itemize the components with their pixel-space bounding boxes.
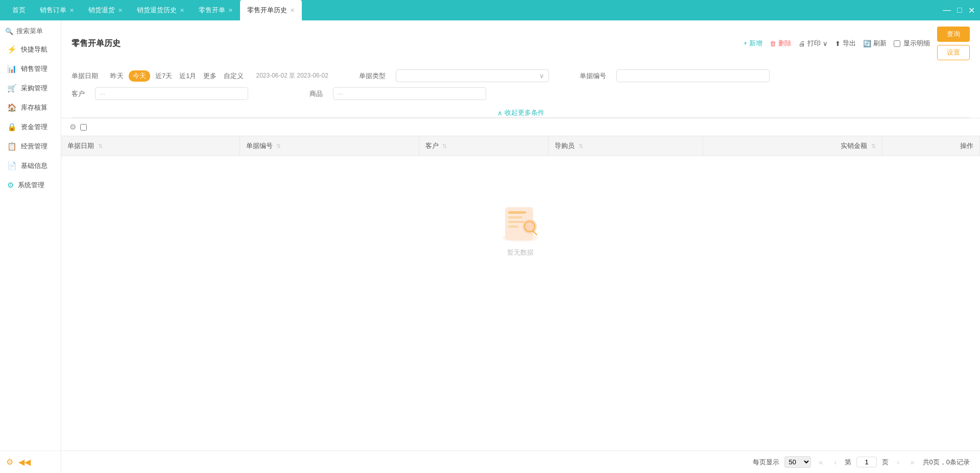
table-header-row: 单据日期 ⇅ 单据编号 ⇅ 客户 ⇅ 导购员 ⇅: [61, 136, 980, 156]
system-mgmt-icon: ⚙: [7, 181, 14, 190]
sidebar-item-stock-calc[interactable]: 🏠 库存核算: [0, 98, 61, 117]
filter-row-1: 单据日期 昨天 今天 近7天 近1月 更多 自定义 2023-06-02 至 2…: [71, 69, 970, 82]
select-all-checkbox[interactable]: [80, 124, 87, 131]
sales-return-label: 销货退货: [88, 6, 115, 15]
display-cols-button[interactable]: 显示明细: [894, 39, 930, 48]
prev-page-button[interactable]: ‹: [831, 457, 840, 467]
type-select[interactable]: ∨: [396, 69, 549, 82]
footer-collapse-icon[interactable]: ◀◀: [18, 457, 31, 467]
goods-label: 商品: [309, 89, 323, 98]
th-order-no-sort[interactable]: ⇅: [276, 143, 281, 149]
toolbar-actions: + 新增 🗑 删除 🖨 打印 ∨ ⬆ 导出 🔄: [744, 27, 970, 60]
tab-sales-order[interactable]: 销售订单 ✕: [33, 0, 81, 20]
date-options: 昨天 今天 近7天 近1月 更多 自定义: [108, 70, 246, 82]
close-sales-order-icon[interactable]: ✕: [69, 7, 74, 14]
date-label: 单据日期: [71, 71, 98, 81]
tab-retail-history[interactable]: 零售开单历史 ✕: [240, 0, 302, 20]
filter-row-2: 客户 ··· 商品 ···: [71, 87, 970, 100]
tab-sales-return-history[interactable]: 销货退货历史 ✕: [130, 0, 192, 20]
date-opt-yesterday[interactable]: 昨天: [108, 70, 126, 82]
footer-settings-icon[interactable]: ⚙: [6, 457, 13, 467]
sales-mgmt-label: 销售管理: [21, 64, 47, 73]
collapse-label: 收起更多条件: [505, 108, 544, 117]
tab-retail-open[interactable]: 零售开单 ✕: [192, 0, 240, 20]
close-sales-return-history-icon[interactable]: ✕: [180, 7, 184, 14]
sidebar-item-purchase-mgmt[interactable]: 🛒 采购管理: [0, 79, 61, 98]
th-salesperson: 导购员 ⇅: [548, 136, 703, 156]
purchase-mgmt-icon: 🛒: [7, 84, 17, 93]
date-opt-7days[interactable]: 近7天: [153, 70, 174, 82]
sidebar-item-basic-info[interactable]: 📄 基础信息: [0, 156, 61, 176]
close-sales-return-icon[interactable]: ✕: [118, 7, 123, 14]
print-label: 打印: [807, 39, 821, 48]
sidebar-item-system-mgmt[interactable]: ⚙ 系统管理: [0, 176, 61, 195]
empty-cell: 暂无数据: [61, 156, 980, 298]
sidebar-footer: ⚙ ◀◀: [0, 451, 61, 473]
customer-select[interactable]: ···: [95, 87, 248, 100]
th-customer-sort[interactable]: ⇅: [442, 143, 447, 149]
export-button[interactable]: ⬆ 导出: [835, 39, 856, 48]
stock-calc-label: 库存核算: [21, 103, 47, 112]
basic-info-label: 基础信息: [21, 161, 47, 170]
query-button[interactable]: 查询: [937, 27, 970, 42]
th-actions: 操作: [882, 136, 979, 156]
basic-info-icon: 📄: [7, 161, 17, 170]
display-cols-label: 显示明细: [903, 39, 930, 48]
svg-rect-2: [508, 211, 526, 214]
tab-sales-return[interactable]: 销货退货 ✕: [81, 0, 130, 20]
first-page-button[interactable]: «: [816, 457, 826, 467]
home-tab-label: 首页: [12, 6, 26, 15]
sidebar-item-business-mgmt[interactable]: 📋 经营管理: [0, 137, 61, 156]
collapse-row: ∧ 收起更多条件: [71, 105, 970, 117]
th-customer: 客户 ⇅: [419, 136, 548, 156]
next-page-button[interactable]: ›: [894, 457, 902, 467]
sidebar-item-fund-mgmt[interactable]: 🔒 资金管理: [0, 117, 61, 137]
order-no-input[interactable]: [616, 69, 770, 82]
goods-select[interactable]: ···: [333, 87, 486, 100]
quick-nav-icon: ⚡: [7, 45, 17, 54]
sidebar-search-label: 搜索菜单: [16, 27, 43, 36]
collapse-button[interactable]: ∧ 收起更多条件: [497, 108, 544, 117]
per-page-label: 每页显示: [753, 458, 779, 467]
th-amount-sort[interactable]: ⇅: [871, 143, 876, 149]
sidebar-item-quick-nav[interactable]: ⚡ 快捷导航: [0, 40, 61, 59]
delete-button[interactable]: 🗑 删除: [770, 39, 792, 48]
page-number-input[interactable]: [856, 457, 877, 467]
table-body: 暂无数据: [61, 156, 980, 298]
sales-return-history-label: 销货退货历史: [137, 6, 177, 15]
type-dropdown-icon: ∨: [539, 72, 544, 80]
minimize-button[interactable]: —: [943, 6, 951, 15]
th-date-sort[interactable]: ⇅: [98, 143, 103, 149]
add-button[interactable]: + 新增: [744, 39, 762, 48]
main-layout: 🔍 搜索菜单 ⚡ 快捷导航 📊 销售管理 🛒 采购管理 🏠 库存核算 🔒 资金管…: [0, 20, 980, 473]
close-button[interactable]: ✕: [968, 6, 975, 15]
maximize-button[interactable]: □: [957, 6, 962, 15]
print-button[interactable]: 🖨 打印 ∨: [799, 39, 828, 48]
export-icon: ⬆: [835, 40, 841, 47]
th-salesperson-sort[interactable]: ⇅: [579, 143, 583, 149]
data-table: 单据日期 ⇅ 单据编号 ⇅ 客户 ⇅ 导购员 ⇅: [61, 136, 980, 298]
page-suffix: 页: [882, 458, 889, 467]
th-order-no: 单据编号 ⇅: [240, 136, 419, 156]
sidebar-item-sales-mgmt[interactable]: 📊 销售管理: [0, 59, 61, 79]
window-controls: — □ ✕: [943, 6, 975, 15]
close-retail-open-icon[interactable]: ✕: [228, 7, 233, 14]
date-opt-today[interactable]: 今天: [129, 70, 150, 82]
quick-nav-label: 快捷导航: [21, 45, 47, 54]
display-cols-checkbox[interactable]: [894, 40, 900, 47]
goods-dots: ···: [338, 90, 343, 97]
tab-home[interactable]: 首页: [5, 0, 33, 20]
th-order-no-label: 单据编号: [246, 142, 273, 150]
sidebar-search[interactable]: 🔍 搜索菜单: [0, 20, 61, 40]
svg-rect-3: [508, 216, 522, 218]
close-retail-history-icon[interactable]: ✕: [290, 7, 295, 14]
last-page-button[interactable]: »: [907, 457, 918, 467]
date-opt-custom[interactable]: 自定义: [222, 70, 246, 82]
refresh-button[interactable]: 🔄 刷新: [863, 39, 887, 48]
table-settings-icon[interactable]: ⚙: [69, 122, 76, 132]
date-opt-more[interactable]: 更多: [201, 70, 219, 82]
purchase-mgmt-label: 采购管理: [21, 84, 47, 93]
date-opt-1month[interactable]: 近1月: [177, 70, 198, 82]
settings-button[interactable]: 设置: [937, 45, 970, 60]
per-page-select[interactable]: 50 10 20 100: [784, 456, 811, 468]
